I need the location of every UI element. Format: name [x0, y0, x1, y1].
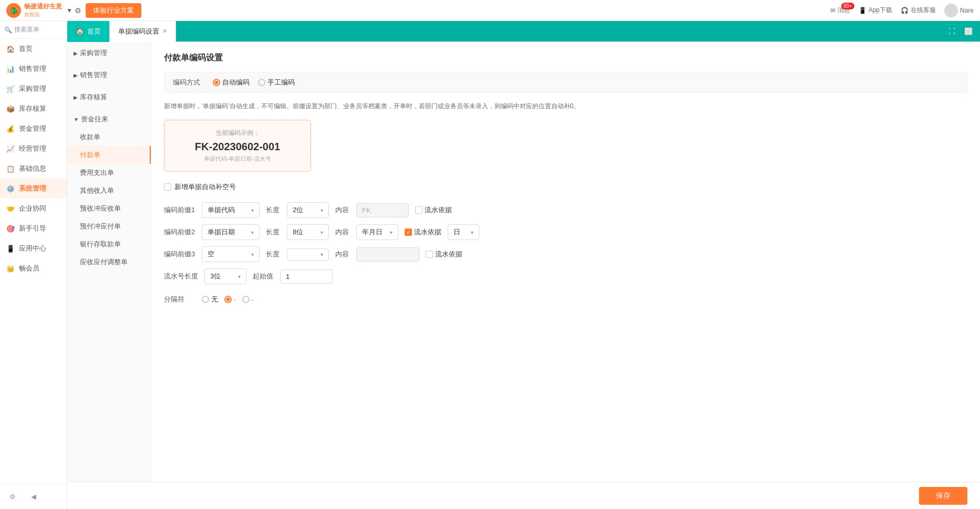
prefix2-length-label: 长度 — [266, 227, 281, 237]
sub-nav-header-inventory[interactable]: ▶ 库存核算 — [67, 88, 151, 106]
sidebar-item-finance[interactable]: 💰 资金管理 — [0, 119, 67, 139]
app-download-button[interactable]: 📱 App下载 — [859, 6, 892, 15]
sub-nav-header-finance[interactable]: ▼ 资金往来 — [67, 110, 151, 128]
auto-radio-button[interactable] — [213, 79, 220, 86]
manual-encoding-radio[interactable]: 手工编码 — [258, 78, 295, 87]
prefix3-select[interactable]: 空 ▾ — [202, 246, 260, 262]
encoding-type-row: 编码方式 自动编码 手工编码 — [164, 72, 967, 93]
chevron-right-icon: ▶ — [74, 50, 78, 56]
tab-close-icon[interactable]: ✕ — [162, 28, 167, 35]
prefix1-select[interactable]: 单据代码 ▾ — [202, 202, 260, 218]
sidebar-item-system[interactable]: ⚙️ 系统管理 — [0, 179, 67, 199]
prefix1-content-input[interactable] — [356, 203, 409, 217]
sidebar-item-app[interactable]: 📱 应用中心 — [0, 238, 67, 258]
serial-length-select[interactable]: 3位 ▾ — [204, 268, 246, 284]
sidebar-item-inventory[interactable]: 📦 库存核算 — [0, 99, 67, 119]
logo-icon: 🐉 — [6, 3, 21, 18]
gear-icon[interactable]: ⚙ — [75, 6, 81, 15]
code-preview-value: FK-20230602-001 — [195, 141, 280, 153]
tab-fullscreen-button[interactable]: ⛶ — [944, 24, 959, 39]
sales-icon: 📊 — [6, 65, 15, 73]
sub-nav-item-payment[interactable]: 付款单 — [67, 146, 151, 164]
prefix3-content-label: 内容 — [335, 250, 350, 259]
serial-length-arrow: ▾ — [238, 274, 241, 279]
save-button[interactable]: 保存 — [919, 487, 967, 505]
prefix3-select-arrow: ▾ — [251, 252, 254, 257]
sub-nav-item-ar-ap-adjust[interactable]: 应收应付调整单 — [67, 253, 151, 271]
search-menu-button[interactable]: 🔍 搜索菜单 — [0, 21, 67, 39]
prefix3-content-input[interactable] — [356, 247, 419, 262]
settings-button[interactable]: ⚙ — [4, 488, 21, 505]
content-area: 🏠 首页 单据编码设置 ✕ ⛶ ⬜ ▶ 采购管理 — [67, 21, 980, 509]
prefix3-length-label: 长度 — [266, 250, 281, 259]
prefix2-select[interactable]: 单据日期 ▾ — [202, 224, 260, 240]
page-wrapper: ▶ 采购管理 ▶ 销售管理 ▶ 库存核算 — [67, 42, 980, 482]
sub-nav-item-prepay-receivable[interactable]: 预收冲应收单 — [67, 200, 151, 217]
auto-encoding-radio[interactable]: 自动编码 — [213, 78, 250, 87]
prefix2-unit-arrow: ▾ — [471, 230, 473, 235]
headset-icon: 🎧 — [901, 7, 909, 14]
sub-nav-item-expense[interactable]: 费用支出单 — [67, 164, 151, 182]
sidebar-item-home[interactable]: 🏠 首页 — [0, 39, 67, 59]
industry-solution-button[interactable]: 体验行业方案 — [86, 3, 141, 18]
prefix2-serial-checkbox-item[interactable]: ✓ 流水依据 — [405, 227, 441, 237]
separator-dash-radio[interactable]: · — [224, 296, 236, 304]
prefix1-content-label: 内容 — [335, 205, 350, 215]
sidebar-item-operations[interactable]: 📈 经营管理 — [0, 139, 67, 159]
auto-fill-label: 新增单据自动补空号 — [174, 182, 236, 192]
tab-home[interactable]: 🏠 首页 — [67, 21, 110, 42]
start-value-input[interactable] — [280, 269, 333, 284]
prefix2-content-arrow: ▾ — [390, 230, 393, 235]
collapse-button[interactable]: ◀ — [25, 488, 42, 505]
tab-home-label: 首页 — [87, 27, 101, 36]
sub-nav-item-prepay-payable[interactable]: 预付冲应付单 — [67, 217, 151, 235]
tab-encoding[interactable]: 单据编码设置 ✕ — [110, 21, 176, 42]
prefix2-serial-checkbox[interactable]: ✓ — [405, 228, 412, 236]
prefix2-serial-unit-select[interactable]: 日 ▾ — [448, 224, 479, 240]
prefix1-serial-checkbox[interactable] — [415, 206, 422, 214]
message-button[interactable]: ✉ 消息 99+ — [830, 6, 850, 15]
separator-dot-radio[interactable]: · — [242, 296, 254, 304]
sidebar-item-basic[interactable]: 📋 基础信息 — [0, 159, 67, 179]
topbar-left: 🐉 畅捷通好生意 旗舰版 ▼ ⚙ 体验行业方案 — [6, 2, 141, 18]
sub-nav-item-bank-deposit[interactable]: 银行存取款单 — [67, 235, 151, 253]
encoding-type-label: 编码方式 — [173, 78, 200, 87]
manual-radio-button[interactable] — [258, 79, 265, 86]
finance-icon: 💰 — [6, 124, 15, 133]
separator-dash-radio-btn[interactable] — [224, 296, 232, 303]
sub-nav-header-purchase[interactable]: ▶ 采购管理 — [67, 44, 151, 62]
separator-row: 分隔符 无 · · — [164, 295, 967, 304]
auto-fill-checkbox[interactable] — [164, 183, 171, 191]
search-icon: 🔍 — [4, 26, 12, 34]
prefix3-length-select[interactable]: ▾ — [287, 248, 329, 261]
prefix3-serial-checkbox-item[interactable]: 流水依据 — [426, 250, 462, 259]
sub-nav-item-other-income[interactable]: 其他收入单 — [67, 182, 151, 200]
customer-service-button[interactable]: 🎧 在线客服 — [901, 6, 936, 15]
separator-dot-radio-btn[interactable] — [242, 296, 250, 303]
sub-nav-item-receipt[interactable]: 收款单 — [67, 128, 151, 146]
prefix2-content-select[interactable]: 年月日 ▾ — [356, 224, 398, 240]
tab-expand-button[interactable]: ⬜ — [961, 24, 976, 39]
prefix1-length-select[interactable]: 2位 ▾ — [287, 202, 329, 218]
phone-icon: 📱 — [859, 7, 866, 14]
user-avatar[interactable]: Nare — [944, 4, 974, 17]
company-icon: 🤝 — [6, 204, 15, 213]
sidebar-item-purchase[interactable]: 🛒 采购管理 — [0, 79, 67, 99]
separator-none-radio-btn[interactable] — [202, 296, 209, 303]
sidebar-item-sales[interactable]: 📊 销售管理 — [0, 59, 67, 79]
prefix2-row: 编码前缀2 单据日期 ▾ 长度 8位 ▾ 内容 年月日 — [164, 224, 967, 240]
page-title: 付款单编码设置 — [164, 53, 967, 64]
sidebar-item-company[interactable]: 🤝 企业协同 — [0, 199, 67, 219]
topbar-dropdown[interactable]: ▼ ⚙ — [66, 6, 81, 15]
sidebar-item-guide[interactable]: 🎯 新手引导 — [0, 219, 67, 238]
prefix3-serial-checkbox[interactable] — [426, 251, 433, 258]
message-badge: 99+ — [841, 3, 854, 9]
sub-nav-header-sales[interactable]: ▶ 销售管理 — [67, 66, 151, 84]
prefix1-serial-checkbox-item[interactable]: 流水依据 — [415, 205, 452, 215]
separator-none-radio[interactable]: 无 — [202, 295, 218, 304]
prefix2-length-select[interactable]: 8位 ▾ — [287, 224, 329, 240]
prefix2-select-arrow: ▾ — [251, 230, 254, 235]
form-section: 编码前缀1 单据代码 ▾ 长度 2位 ▾ 内容 — [164, 202, 967, 304]
sidebar-item-vip[interactable]: 👑 畅会员 — [0, 258, 67, 278]
system-icon: ⚙️ — [6, 184, 15, 193]
